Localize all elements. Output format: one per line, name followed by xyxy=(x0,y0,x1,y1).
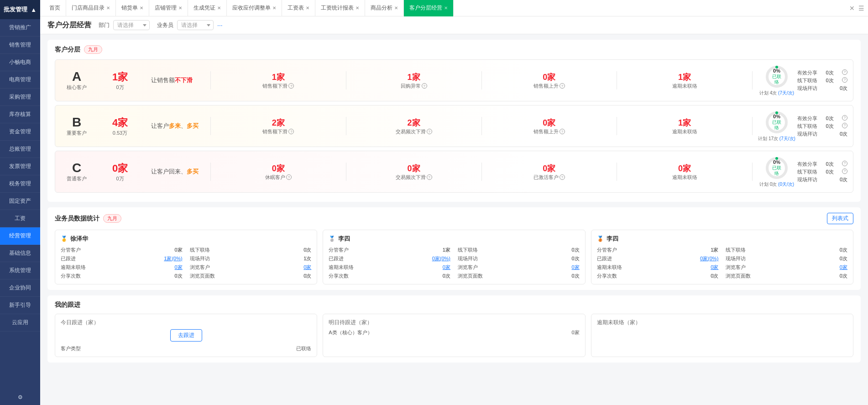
tab-customer-tier[interactable]: 客户分层经营✕ xyxy=(404,0,454,16)
sidebar-item-shuiwu[interactable]: 税务管理 xyxy=(0,175,40,193)
sidebar-item-yuny[interactable]: 云应用 xyxy=(0,314,40,331)
info-icon[interactable]: ? xyxy=(842,115,847,121)
sidebar-collapse-icon[interactable]: ▲ xyxy=(31,6,37,13)
info-icon[interactable]: ? xyxy=(288,129,294,134)
sidebar-item-fapiao[interactable]: 发票管理 xyxy=(0,158,40,175)
followup-section: 我的跟进 今日跟进（家） 去跟进 客户类型 已联络 明日待跟进（家） A类（核心… xyxy=(47,295,861,363)
info-icon[interactable]: ? xyxy=(427,129,432,134)
sidebar-item-dianshangg[interactable]: 电商管理 xyxy=(0,71,40,89)
settings-button[interactable]: ⚙ xyxy=(0,389,40,405)
tier-circle-b: 0% 已联络 计划 17次 (7天/次) xyxy=(756,110,797,142)
sidebar-item-xiachdian[interactable]: 小畅电商 xyxy=(0,54,40,71)
tab-close-icon[interactable]: ✕ xyxy=(356,5,359,11)
followup-title: 我的跟进 xyxy=(55,301,853,309)
tier-stat-c-2: 0家 交易频次下滑 ? xyxy=(350,163,478,181)
tab-close-icon[interactable]: ✕ xyxy=(106,5,110,11)
followup-today-title: 今日跟进（家） xyxy=(61,319,311,326)
sidebar-item-gongzi[interactable]: 工资 xyxy=(0,210,40,227)
info-icon[interactable]: ? xyxy=(559,174,565,180)
sidebar-item-gudingz[interactable]: 固定资产 xyxy=(0,193,40,210)
staff-stat-row: 现场拜访 0次 xyxy=(726,255,847,262)
staff-grid: 🥇 徐泽华 分管客户 0家 线下联络 0次 已跟进 xyxy=(55,230,853,284)
info-icon[interactable]: ? xyxy=(559,83,565,89)
staff-medal-2: 🥈 xyxy=(329,236,335,242)
sidebar-item-xinshou[interactable]: 新手引导 xyxy=(0,297,40,314)
tabs-bar: 首页 门店商品目录✕ 销货单✕ 店铺管理✕ 生成凭证✕ 应收应付调整单✕ 工资表… xyxy=(40,0,868,16)
tier-circle-a: 0% 已联络 计划 4次 (7天/次) xyxy=(756,64,797,96)
sidebar-item-yingxiao[interactable]: 营销推广 xyxy=(0,19,40,37)
info-icon[interactable]: ? xyxy=(288,83,294,89)
tab-close-icon[interactable]: ✕ xyxy=(140,5,143,11)
dept-select[interactable]: 请选择 xyxy=(113,20,150,30)
staff-stats-1: 分管客户 0家 线下联络 0次 已跟进 1家(0%) 现场拜访 xyxy=(61,247,311,279)
tab-close-icon[interactable]: ✕ xyxy=(394,5,398,11)
sidebar-item-jingying[interactable]: 经营管理 xyxy=(0,227,40,245)
tab-action-menu[interactable]: ☰ xyxy=(858,5,864,12)
tier-label-c: C 普通客户 xyxy=(61,162,93,182)
sidebar-item-zijin[interactable]: 资金管理 xyxy=(0,123,40,141)
tab-voucher[interactable]: 生成凭证✕ xyxy=(188,0,227,16)
sidebar-item-jichu[interactable]: 基础信息 xyxy=(0,245,40,262)
tab-store-mgmt[interactable]: 店铺管理✕ xyxy=(149,0,188,16)
dept-label: 部门 xyxy=(99,21,110,29)
sidebar: 批发管理 ▲ 营销推广 销售管理 小畅电商 电商管理 采购管理 库存核算 资金管… xyxy=(0,0,40,405)
info-icon[interactable]: ? xyxy=(842,168,847,174)
tab-payroll-report[interactable]: 工资统计报表✕ xyxy=(315,0,365,16)
info-icon[interactable]: ? xyxy=(842,123,847,128)
sidebar-item-zhangz[interactable]: 总账管理 xyxy=(0,141,40,158)
info-icon[interactable]: ? xyxy=(427,174,432,180)
staff-stat-row: 浏览客户 0家 xyxy=(190,264,312,271)
info-icon[interactable]: ? xyxy=(559,129,565,134)
tab-close-icon[interactable]: ✕ xyxy=(272,5,276,11)
sidebar-item-kucun[interactable]: 库存核算 xyxy=(0,106,40,123)
staff-stat-row: 线下联络 0次 xyxy=(458,247,580,253)
goto-followup-btn[interactable]: 去跟进 xyxy=(170,329,202,342)
info-icon[interactable]: ? xyxy=(842,161,847,166)
info-icon[interactable]: ? xyxy=(286,174,292,180)
tab-action-close[interactable]: ✕ xyxy=(849,5,855,12)
staff-name-row-1: 🥇 徐泽华 xyxy=(61,235,311,243)
tier-stat-a-1: 1家 销售额下滑 ? xyxy=(214,72,342,89)
tier-count-a: 1家 0万 xyxy=(93,70,147,91)
staff-card-1: 🥇 徐泽华 分管客户 0家 线下联络 0次 已跟进 xyxy=(55,230,317,284)
tab-close-icon[interactable]: ✕ xyxy=(217,5,221,11)
followup-grid: 今日跟进（家） 去跟进 客户类型 已联络 明日待跟进（家） A类（核心）客户） … xyxy=(55,314,853,357)
tab-store-products[interactable]: 门店商品目录✕ xyxy=(66,0,116,16)
staff-stat-row: 现场拜访 0次 xyxy=(458,255,580,262)
sidebar-item-xiaoshou[interactable]: 销售管理 xyxy=(0,37,40,54)
tier-stat-b-4: 1家 逾期未联络 xyxy=(621,117,748,135)
list-view-button[interactable]: 列表式 xyxy=(827,213,853,224)
staff-stat-row: 已跟进 1家(0%) xyxy=(61,255,183,262)
tier-row-c: C 普通客户 0家 0万 让客户回来、多买 0家 休眠客户 ? 0家 xyxy=(55,151,853,193)
staff-name-2: 李四 xyxy=(338,235,350,243)
tab-adjustment[interactable]: 应收应付调整单✕ xyxy=(227,0,282,16)
sidebar-item-xitong[interactable]: 系统管理 xyxy=(0,262,40,279)
sidebar-item-caigou[interactable]: 采购管理 xyxy=(0,89,40,106)
tabs-actions: ✕ ☰ xyxy=(849,5,864,12)
followup-today-bottom: 客户类型 已联络 xyxy=(61,345,311,352)
more-filter-btn[interactable]: ··· xyxy=(217,21,223,29)
staff-card-2: 🥈 李四 分管客户 1家 线下联络 0次 已跟进 xyxy=(323,230,585,284)
staff-stat-row: 已跟进 0家(0%) xyxy=(329,255,450,262)
info-icon[interactable]: ? xyxy=(842,69,847,75)
tab-close-icon[interactable]: ✕ xyxy=(444,5,448,11)
content-area: 客户分层 九月 A 核心客户 1家 0万 让销售额不下滑 1家 xyxy=(40,34,868,405)
tier-tag-b: 让客户多来、多买 xyxy=(147,122,207,130)
tab-close-icon[interactable]: ✕ xyxy=(178,5,182,11)
tier-stat-a-2: 1家 回购异常 ? xyxy=(350,72,478,89)
info-icon[interactable]: ? xyxy=(422,83,427,89)
info-icon[interactable]: ? xyxy=(842,77,847,83)
tab-close-icon[interactable]: ✕ xyxy=(306,5,309,11)
tab-product-analysis[interactable]: 商品分析✕ xyxy=(365,0,404,16)
staff-medal-3: 🥉 xyxy=(597,236,604,242)
tab-home[interactable]: 首页 xyxy=(44,0,66,16)
sidebar-item-qiyex[interactable]: 企业协同 xyxy=(0,279,40,297)
staff-stats-2: 分管客户 1家 线下联络 0次 已跟进 0家(0%) 现场拜访 xyxy=(329,247,579,279)
tab-sales-order[interactable]: 销货单✕ xyxy=(116,0,149,16)
tier-stat-a-3: 0家 销售额上升 ? xyxy=(486,72,613,89)
tier-tag-c: 让客户回来、多买 xyxy=(147,168,207,176)
sidebar-top[interactable]: 批发管理 ▲ xyxy=(0,0,40,19)
tab-payroll[interactable]: 工资表✕ xyxy=(282,0,315,16)
staff-select[interactable]: 请选择 xyxy=(177,20,214,30)
staff-stat-row: 分享次数 0次 xyxy=(61,273,183,279)
